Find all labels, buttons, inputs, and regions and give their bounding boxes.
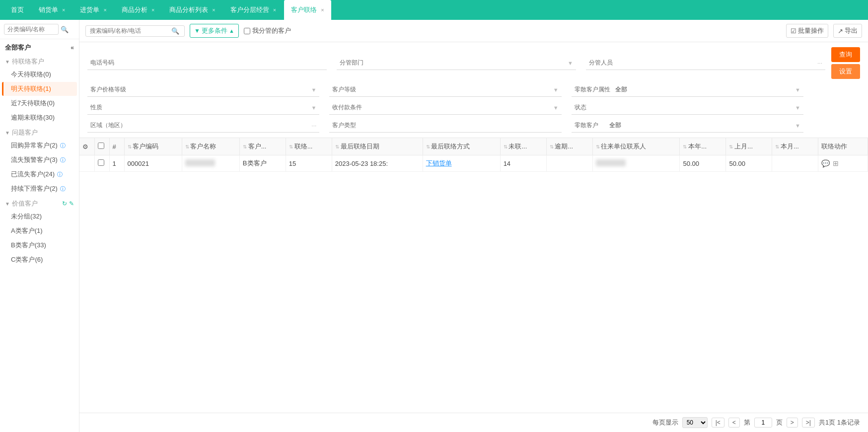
col-code[interactable]: 客户编码: [124, 138, 182, 155]
more-action-icon[interactable]: ⊞: [833, 159, 839, 167]
col-last-month[interactable]: 上月...: [726, 138, 772, 155]
row-unit-contact: [592, 155, 680, 172]
row-checkbox-cell[interactable]: [94, 155, 109, 172]
nav-customer-contact[interactable]: 客户联络 ×: [284, 0, 331, 20]
nav-sales-order-close[interactable]: ×: [62, 7, 65, 13]
pending-contact-section[interactable]: ▼ 待联络客户: [0, 54, 79, 67]
col-last-contact-method[interactable]: 最后联络方式: [423, 138, 500, 155]
col-overdue[interactable]: 逾期...: [546, 138, 592, 155]
sidebar-item-class-b[interactable]: B类客户(33): [2, 238, 77, 252]
sidebar-item-class-a[interactable]: A类客户(1): [2, 224, 77, 238]
main-search-icon[interactable]: 🔍: [171, 27, 179, 35]
filter-customer-type[interactable]: 客户类型: [329, 119, 561, 133]
first-page-button[interactable]: |<: [712, 418, 724, 428]
nav-product-analysis-list[interactable]: 商品分析列表 ×: [162, 0, 222, 20]
nav-product-analysis-list-close[interactable]: ×: [212, 7, 215, 13]
sidebar-item-declining[interactable]: 持续下滑客户(2) ⓘ: [2, 182, 77, 196]
setting-button[interactable]: 设置: [831, 64, 860, 79]
filter-retail-attr[interactable]: 零散客户属性 全部 ▼: [572, 83, 803, 97]
select-all-checkbox[interactable]: [98, 143, 104, 149]
sidebar-item-class-c[interactable]: C类客户(6): [2, 253, 77, 267]
chevron-up-icon: ▲: [229, 28, 234, 34]
my-customers-checkbox-label[interactable]: 我分管的客户: [244, 26, 291, 35]
sidebar-item-repurchase-abnormal[interactable]: 回购异常客户(2) ⓘ: [2, 139, 77, 152]
manager-more-icon[interactable]: ···: [817, 60, 822, 67]
filter-price-grade[interactable]: 客户价格等级 ▼: [87, 83, 319, 97]
col-this-month[interactable]: 本月...: [772, 138, 818, 155]
sidebar-item-today[interactable]: 今天待联络(0): [2, 68, 77, 81]
col-settings[interactable]: ⚙: [79, 138, 94, 155]
page-suffix: 页: [776, 418, 783, 427]
filter-dept[interactable]: 分管部门 ▼: [337, 56, 576, 70]
row-last-month: 50.00: [726, 155, 772, 172]
content-area: 🔍 ▼ 更多条件 ▲ 我分管的客户 ☑ 批量操作 ↗ 导出: [79, 20, 868, 432]
sidebar-item-churn-warning[interactable]: 流失预警客户(3) ⓘ: [2, 153, 77, 167]
col-type[interactable]: 客户...: [239, 138, 286, 155]
row-this-year: 50.00: [680, 155, 726, 172]
page-number-input[interactable]: [754, 418, 772, 428]
export-button[interactable]: ↗ 导出: [833, 24, 862, 38]
info-icon-3: ⓘ: [60, 186, 66, 192]
contact-action-icon[interactable]: 💬: [821, 159, 830, 167]
action-icons: 💬 ⊞: [821, 159, 865, 167]
row-index: 1: [109, 155, 124, 172]
retail-customer-dropdown-icon: ▼: [795, 123, 800, 129]
batch-op-button[interactable]: ☑ 批量操作: [786, 24, 828, 38]
edit-icon[interactable]: ✎: [69, 200, 74, 207]
region-more-icon[interactable]: ···: [311, 122, 316, 129]
col-contact-count[interactable]: 联络...: [286, 138, 332, 155]
sidebar: 🔍 全部客户 « ▼ 待联络客户 今天待联络(0) 明天待联络(1) 近7天待联…: [0, 20, 79, 432]
sidebar-item-tomorrow[interactable]: 明天待联络(1): [2, 82, 77, 96]
filter-payment[interactable]: 收付款条件 ▼: [329, 101, 561, 115]
col-uncontacted[interactable]: 未联...: [500, 138, 546, 155]
col-unit-contact[interactable]: 往来单位联系人: [592, 138, 680, 155]
prev-page-button[interactable]: <: [728, 418, 740, 428]
nav-product-analysis[interactable]: 商品分析 ×: [115, 0, 161, 20]
nav-customer-contact-label: 客户联络: [291, 5, 317, 14]
nav-customer-segmentation[interactable]: 客户分层经营 ×: [223, 0, 283, 20]
nav-sales-order[interactable]: 销货单 ×: [32, 0, 72, 20]
sidebar-item-7days[interactable]: 近7天待联络(0): [2, 96, 77, 110]
filter-customer-grade[interactable]: 客户等级 ▼: [329, 83, 561, 97]
export-icon: ↗: [838, 27, 843, 35]
filter-retail-customer[interactable]: 零散客户 全部 ▼: [572, 119, 803, 133]
next-page-button[interactable]: >: [787, 418, 798, 428]
unit-contact-blurred: [596, 159, 626, 166]
filter-manager[interactable]: 分管人员 ···: [586, 56, 825, 70]
sidebar-search-input[interactable]: [4, 24, 59, 35]
col-name[interactable]: 客户名称: [182, 138, 239, 155]
sidebar-search-icon[interactable]: 🔍: [61, 26, 69, 33]
refresh-icon[interactable]: ↻: [62, 200, 67, 207]
row-checkbox[interactable]: [98, 159, 104, 166]
col-last-contact-date[interactable]: 最后联络日期: [332, 138, 423, 155]
nav-purchase-order-close[interactable]: ×: [103, 7, 106, 13]
col-this-year[interactable]: 本年...: [680, 138, 726, 155]
problem-customers-section[interactable]: ▼ 问题客户: [0, 125, 79, 138]
col-checkbox[interactable]: [94, 138, 109, 155]
nav-product-analysis-close[interactable]: ×: [151, 7, 154, 13]
value-customers-section[interactable]: ▼ 价值客户 ↻ ✎: [0, 196, 79, 209]
filter-status[interactable]: 状态 ▼: [572, 101, 803, 115]
status-label: 状态: [575, 103, 604, 112]
query-button[interactable]: 查询: [831, 47, 860, 62]
sidebar-item-ungrouped[interactable]: 未分组(32): [2, 210, 77, 223]
row-last-contact-method[interactable]: 下销货单: [423, 155, 500, 172]
nav-home[interactable]: 首页: [4, 0, 31, 20]
sidebar-item-churned[interactable]: 已流失客户(24) ⓘ: [2, 167, 77, 181]
last-page-button[interactable]: >|: [802, 418, 815, 428]
filter-region[interactable]: 区域（地区） ···: [87, 119, 319, 133]
per-page-select[interactable]: 50 100: [682, 417, 708, 428]
filter-nature[interactable]: 性质 ▼: [87, 101, 319, 115]
nav-purchase-order[interactable]: 进货单 ×: [73, 0, 113, 20]
nav-customer-segmentation-close[interactable]: ×: [273, 7, 276, 13]
all-customers-label[interactable]: 全部客户: [5, 43, 31, 52]
more-filters-button[interactable]: ▼ 更多条件 ▲: [190, 24, 239, 38]
main-search-input[interactable]: [90, 27, 169, 34]
sidebar-item-overdue[interactable]: 逾期未联络(30): [2, 111, 77, 125]
retail-attr-dropdown-icon: ▼: [795, 87, 800, 93]
collapse-icon[interactable]: «: [71, 44, 74, 51]
nav-customer-contact-close[interactable]: ×: [321, 7, 324, 13]
search-input-wrap: 🔍: [85, 25, 185, 37]
last-contact-method-link[interactable]: 下销货单: [426, 159, 452, 167]
my-customers-checkbox[interactable]: [244, 28, 250, 34]
